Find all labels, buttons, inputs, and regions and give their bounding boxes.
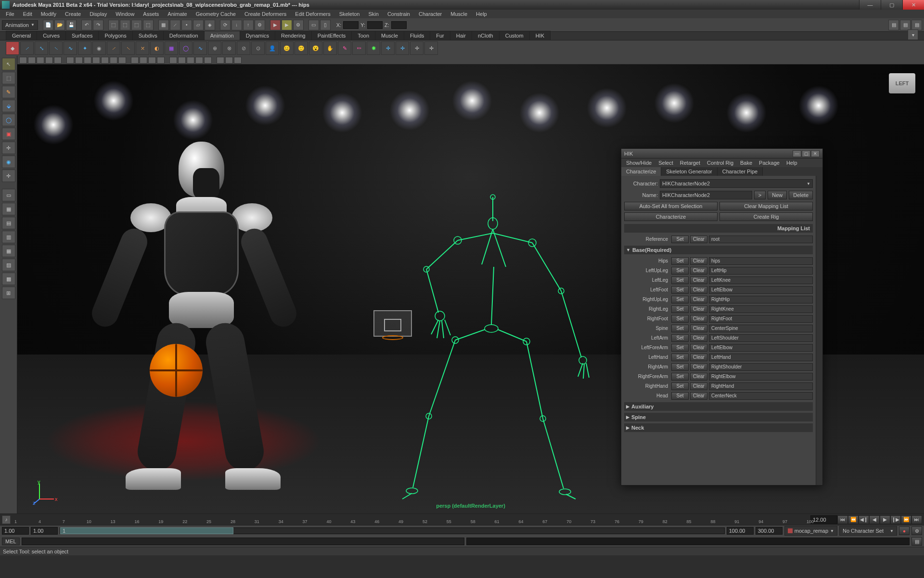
clear-button[interactable]: Clear [690, 267, 707, 275]
base-section-header[interactable]: ▼ Base(Required) [624, 246, 813, 254]
set-button[interactable]: Set [671, 334, 689, 342]
step-back-key-button[interactable]: ⏪ [848, 515, 859, 524]
hik-tab-skeleton-generator[interactable]: Skeleton Generator [661, 167, 717, 176]
menu-file[interactable]: File [2, 10, 18, 18]
vp-lights-icon[interactable] [195, 57, 203, 64]
hik-menu-bake[interactable]: Bake [737, 159, 755, 167]
forward-end-button[interactable]: ⏭ [911, 515, 922, 524]
clear-button[interactable]: Clear [690, 257, 707, 265]
z-input[interactable] [391, 21, 407, 29]
play-button[interactable]: ▶ [880, 515, 890, 524]
set-button[interactable]: Set [671, 257, 689, 265]
shelf-joint2-icon[interactable]: ⤡ [35, 41, 48, 55]
menu-constrain[interactable]: Constrain [384, 10, 414, 18]
vp-shading-smooth-icon[interactable] [178, 57, 186, 64]
shelf-wire-icon[interactable]: ∿ [193, 41, 207, 55]
hik-tab-character-pipe[interactable]: Character Pipe [718, 167, 763, 176]
shelf-cluster-icon[interactable]: ◉ [92, 41, 106, 55]
rewind-button[interactable]: ⏮ [837, 515, 848, 524]
shelf-lattice-icon[interactable]: ▦ [165, 41, 178, 55]
clear-button[interactable]: Clear [690, 276, 707, 284]
hik-close-button[interactable]: ✕ [811, 150, 820, 157]
snap-plane-icon[interactable]: ▱ [193, 20, 204, 30]
hik-menu-show-hide[interactable]: Show/Hide [623, 159, 654, 167]
set-button[interactable]: Set [671, 296, 689, 303]
set-button[interactable]: Set [671, 276, 689, 284]
shelf-detach-icon[interactable]: ⤫ [136, 41, 149, 55]
shelf-wrap-icon[interactable]: ◯ [179, 41, 192, 55]
clear-button[interactable]: Clear [690, 354, 707, 361]
mapping-value[interactable]: LeftKnee [709, 276, 813, 284]
step-back-button[interactable]: ◀❙ [859, 515, 869, 524]
render-globals-icon[interactable]: ⚙ [293, 20, 304, 30]
redo-icon[interactable]: ↷ [93, 20, 103, 30]
outputs-icon[interactable]: ↑ [243, 20, 254, 30]
character-dropdown[interactable]: HIKCharacterNode2 [660, 179, 813, 188]
set-button[interactable]: Set [671, 392, 689, 400]
shelf-tab-fur[interactable]: Fur [430, 31, 450, 40]
menu-create-deformers[interactable]: Create Deformers [241, 10, 290, 18]
inputs-icon[interactable]: ↓ [231, 20, 242, 30]
shelf-axis2-icon[interactable]: ✛ [396, 41, 409, 55]
vp-icon-2[interactable] [28, 57, 36, 64]
view-cube[interactable]: LEFT [889, 73, 915, 93]
character-set-dropdown[interactable]: No Character Set [839, 526, 897, 536]
clear-button[interactable]: Clear [690, 334, 707, 342]
clear-button[interactable]: Clear [690, 325, 707, 332]
mapping-value[interactable]: RightElbow [709, 373, 813, 381]
mapping-value[interactable]: hips [709, 257, 813, 265]
ipr-icon[interactable]: ▶ [282, 20, 292, 30]
set-button[interactable]: Set [671, 363, 689, 371]
shelf-brush2-icon[interactable]: ✏ [352, 41, 366, 55]
shelf-bind1-icon[interactable]: ⟋ [107, 41, 120, 55]
maximize-button[interactable]: ▢ [881, 0, 902, 10]
vp-shadows-icon[interactable] [204, 57, 212, 64]
menu-animate[interactable]: Animate [164, 10, 191, 18]
clear-button[interactable]: Clear [690, 305, 707, 313]
shelf-tab-subdivs[interactable]: Subdivs [132, 31, 164, 40]
mapping-value[interactable]: LeftElbow [709, 344, 813, 352]
mapping-value[interactable]: CenterSpine [709, 325, 813, 332]
shelf-axis3-icon[interactable]: ✛ [410, 41, 424, 55]
hik-minimize-button[interactable]: — [793, 150, 801, 157]
minimize-button[interactable]: — [859, 0, 881, 10]
range-start-field[interactable]: 1.00 [31, 527, 58, 535]
reference-clear-button[interactable]: Clear [690, 236, 707, 243]
select-hier-icon[interactable]: ⬚ [120, 20, 130, 30]
shelf-axis1-icon[interactable]: ✛ [381, 41, 395, 55]
range-slider[interactable]: 1 [60, 527, 725, 534]
shelf-tab-painteffects[interactable]: PaintEffects [311, 31, 352, 40]
layout2-icon[interactable]: ▯ [320, 20, 331, 30]
soft-mod-tool[interactable]: ◉ [2, 156, 15, 168]
autoset-button[interactable]: Auto-Set All from Selection [624, 202, 718, 210]
close-button[interactable]: ✕ [902, 0, 924, 10]
shelf-tab-deformation[interactable]: Deformation [163, 31, 205, 40]
single-view-icon[interactable]: ▭ [2, 189, 15, 201]
prefs-button[interactable]: ⚙ [911, 526, 922, 535]
reference-set-button[interactable]: Set [671, 236, 689, 243]
shelf-tab-surfaces[interactable]: Surfaces [65, 31, 99, 40]
vp-icon-6[interactable] [66, 57, 74, 64]
new-button[interactable]: New [768, 191, 787, 199]
persp-outliner-icon[interactable]: ▥ [2, 231, 15, 243]
mapping-value[interactable]: LeftShoulder [709, 334, 813, 342]
vp-shading-tex-icon[interactable] [187, 57, 194, 64]
name-input[interactable]: HIKCharacterNode2 [660, 191, 752, 199]
select-tool[interactable]: ↖ [2, 58, 15, 70]
menu-edit[interactable]: Edit [19, 10, 36, 18]
menu-assets[interactable]: Assets [139, 10, 163, 18]
hik-menu-package[interactable]: Package [756, 159, 783, 167]
mapping-value[interactable]: RightHip [709, 296, 813, 303]
vp-icon-4[interactable] [45, 57, 53, 64]
x-input[interactable] [343, 21, 359, 29]
set-button[interactable]: Set [671, 286, 689, 294]
shelf-ik-icon[interactable]: ⟍ [49, 41, 63, 55]
snap-grid-icon[interactable]: ▦ [158, 20, 169, 30]
shelf-char-icon[interactable]: 👤 [266, 41, 279, 55]
vp-icon-9[interactable] [92, 57, 100, 64]
clear-button[interactable]: Clear [690, 382, 707, 390]
clear-button[interactable]: Clear [690, 296, 707, 303]
paint-select-tool[interactable]: ✎ [2, 86, 15, 98]
hik-menu-retarget[interactable]: Retarget [677, 159, 703, 167]
shelf-tab-polygons[interactable]: Polygons [98, 31, 132, 40]
